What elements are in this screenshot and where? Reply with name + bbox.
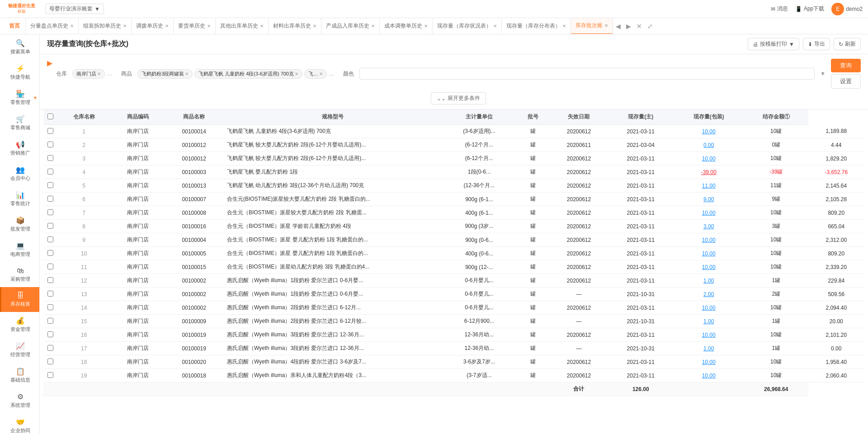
cell-qty-main[interactable]: 10.00 (673, 355, 744, 369)
cell-qty-main[interactable]: -39.00 (673, 165, 744, 179)
sidebar-item-finance[interactable]: 💰 资金管理 (0, 312, 39, 337)
store-selector[interactable]: 母婴行业演示账套 ▼ (45, 4, 104, 14)
row-checkbox-cell[interactable] (43, 179, 57, 193)
row-checkbox-cell[interactable] (43, 165, 57, 179)
app-download-btn[interactable]: 📱 App下载 (795, 5, 824, 13)
sidebar-item-quick-nav[interactable]: ⚡ 快捷导航 (0, 60, 39, 85)
export-btn[interactable]: ⬇ 导出 (803, 38, 830, 50)
cell-qty-main[interactable]: 3.00 (673, 220, 744, 233)
cell-qty-main[interactable]: 1.00 (673, 342, 744, 355)
row-checkbox-cell[interactable] (43, 342, 57, 355)
color-input[interactable] (359, 68, 815, 80)
tab-close-icon[interactable]: ✕ (424, 24, 428, 28)
row-checkbox-cell[interactable] (43, 369, 57, 382)
message-btn[interactable]: ✉ 消息 (771, 5, 788, 13)
expand-more-conditions-btn[interactable]: ⌄⌄ 展开更多条件 (431, 92, 486, 104)
row-checkbox[interactable] (47, 359, 53, 364)
cell-qty-main[interactable]: 9.00 (673, 193, 744, 206)
tag-close-icon[interactable]: ✕ (185, 71, 189, 76)
tab-close-icon[interactable]: ✕ (207, 24, 211, 28)
row-checkbox-cell[interactable] (43, 206, 57, 220)
tag-close-icon[interactable]: ✕ (295, 71, 298, 76)
tab-close-all[interactable]: ✕ (634, 23, 645, 30)
cell-qty-main[interactable]: 10.00 (673, 125, 744, 138)
tab-stock-dist[interactable]: 现存量（库存分布表） ✕ (502, 18, 571, 34)
setting-btn[interactable]: 设置 (831, 74, 861, 89)
row-checkbox[interactable] (47, 223, 53, 229)
row-checkbox[interactable] (47, 291, 53, 297)
tab-close-icon[interactable]: ✕ (493, 24, 497, 28)
row-checkbox-cell[interactable] (43, 274, 57, 288)
tab-demand-history[interactable]: 要货单历史 ✕ (174, 18, 216, 34)
row-checkbox-cell[interactable] (43, 125, 57, 138)
row-checkbox[interactable] (47, 345, 53, 351)
sidebar-item-retail-stats[interactable]: 📊 零售统计 (0, 186, 39, 212)
template-print-btn[interactable]: 🖨 按模板打印 ▼ (748, 38, 799, 50)
cell-qty-main[interactable]: 10.00 (673, 206, 744, 220)
row-checkbox-cell[interactable] (43, 247, 57, 260)
row-checkbox-cell[interactable] (43, 138, 57, 152)
refresh-btn[interactable]: ↻ 刷新 (834, 38, 861, 50)
row-checkbox-cell[interactable] (43, 355, 57, 369)
cell-qty-main[interactable]: 10.00 (673, 260, 744, 274)
row-checkbox[interactable] (47, 196, 53, 202)
warehouse-tag-nanajiamdian[interactable]: 南岸门店 ✕ (72, 69, 105, 79)
product-tag-2[interactable]: 飞鹤星飞帆 儿童奶粉 4段(3-6岁适用) 700克 ✕ (194, 69, 302, 79)
tab-material-out[interactable]: 材料出库单历史 ✕ (269, 18, 321, 34)
row-checkbox[interactable] (47, 128, 53, 134)
tab-close-icon[interactable]: ✕ (371, 24, 375, 28)
tab-split-history[interactable]: 分量盘点单历史 ✕ (26, 18, 79, 34)
row-checkbox[interactable] (47, 250, 53, 256)
product-filter-more[interactable]: … (329, 71, 334, 77)
row-checkbox[interactable] (47, 209, 53, 215)
tab-cost-adjust[interactable]: 成本调整单历史 ✕ (380, 18, 433, 34)
row-checkbox-cell[interactable] (43, 301, 57, 315)
sidebar-item-marketing[interactable]: 📢 营销推广 (0, 136, 39, 161)
cell-qty-main[interactable]: 11.00 (673, 179, 744, 193)
row-checkbox-cell[interactable] (43, 152, 57, 165)
sidebar-item-system[interactable]: ⚙ 系统管理 (0, 388, 39, 413)
user-profile[interactable]: E demo2 (831, 3, 863, 15)
tab-batch-ledger[interactable]: 库存批次账 ✕ (571, 18, 613, 34)
tab-scroll-left[interactable]: ◀ (613, 23, 623, 30)
sidebar-item-wholesale[interactable]: 📦 批发管理 (0, 212, 39, 237)
row-checkbox-cell[interactable] (43, 260, 57, 274)
search-btn[interactable]: 查询 (831, 59, 861, 72)
cell-qty-main[interactable]: 1.00 (673, 274, 744, 288)
cell-qty-main[interactable]: 10.00 (673, 247, 744, 260)
row-checkbox-cell[interactable] (43, 315, 57, 328)
row-checkbox-cell[interactable] (43, 288, 57, 301)
sidebar-item-retail-mgmt[interactable]: 🏪 零售管理 ▼ (0, 85, 39, 110)
cell-qty-main[interactable]: 2.00 (673, 288, 744, 301)
sidebar-item-stock[interactable]: 🗄 库存核算 (0, 287, 39, 312)
tab-home[interactable]: 首页 (4, 18, 26, 34)
select-all-checkbox[interactable] (47, 113, 53, 119)
cell-qty-main[interactable]: 10.00 (673, 301, 744, 315)
row-checkbox[interactable] (47, 304, 53, 310)
tag-close-icon[interactable]: ✕ (97, 71, 101, 76)
sidebar-item-basic[interactable]: 📋 基础信息 (0, 363, 39, 388)
tab-other-out-history[interactable]: 其他出库单历史 ✕ (216, 18, 269, 34)
cell-qty-main[interactable]: 10.00 (673, 369, 744, 382)
filter-more-btn[interactable]: … (107, 71, 112, 77)
tab-scroll-right[interactable]: ▶ (623, 23, 634, 30)
tag-close-icon[interactable]: ✕ (319, 71, 323, 76)
cell-qty-main[interactable]: 1.00 (673, 315, 744, 328)
sidebar-item-retail-store[interactable]: 🛒 零售商城 (0, 110, 39, 136)
row-checkbox[interactable] (47, 264, 53, 269)
product-tag-3[interactable]: 飞… ✕ (304, 69, 327, 79)
row-checkbox[interactable] (47, 182, 53, 188)
row-checkbox[interactable] (47, 169, 53, 175)
tab-close-icon[interactable]: ✕ (260, 24, 264, 28)
row-checkbox-cell[interactable] (43, 220, 57, 233)
row-checkbox-cell[interactable] (43, 328, 57, 342)
sidebar-item-ecommerce[interactable]: 💻 电商管理 (0, 237, 39, 262)
sidebar-item-search[interactable]: 🔍 搜索英单 (0, 34, 39, 60)
row-checkbox[interactable] (47, 142, 53, 147)
tab-fullscreen[interactable]: ⤢ (645, 23, 656, 30)
tab-close-icon[interactable]: ✕ (562, 24, 566, 28)
tab-close-icon[interactable]: ✕ (604, 23, 608, 28)
row-checkbox-cell[interactable] (43, 193, 57, 206)
row-checkbox[interactable] (47, 331, 53, 337)
cell-qty-main[interactable]: 10.00 (673, 233, 744, 247)
